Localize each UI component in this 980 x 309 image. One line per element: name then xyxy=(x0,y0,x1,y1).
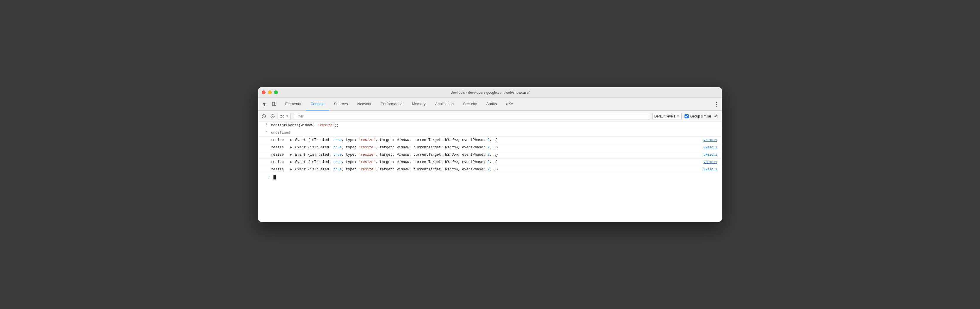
tab-elements[interactable]: Elements xyxy=(280,98,306,110)
traffic-lights xyxy=(262,90,278,94)
console-line: resize ▶ Event {isTrusted: true, type: "… xyxy=(258,159,722,166)
source-link[interactable]: VM310:1 xyxy=(703,160,719,164)
tab-console[interactable]: Console xyxy=(306,98,329,110)
source-link[interactable]: VM310:1 xyxy=(703,168,719,171)
line-content: undefined xyxy=(270,130,719,136)
input-prompt-line: › xyxy=(258,173,722,181)
expand-icon[interactable]: ▶ xyxy=(290,144,293,150)
minimize-button[interactable] xyxy=(268,90,272,94)
console-content: › monitorEvents(window, "resize"); ‹ und… xyxy=(258,122,722,222)
clear-console-btn[interactable] xyxy=(260,112,267,120)
svg-line-4 xyxy=(262,115,265,117)
group-similar-checkbox[interactable] xyxy=(684,114,689,118)
prompt-arrow: › xyxy=(266,122,267,126)
line-gutter: › xyxy=(258,122,270,126)
svg-rect-1 xyxy=(275,103,276,106)
expand-icon[interactable]: ▶ xyxy=(290,167,293,173)
line-content: resize ▶ Event {isTrusted: true, type: "… xyxy=(270,137,703,143)
console-line: resize ▶ Event {isTrusted: true, type: "… xyxy=(258,166,722,173)
expand-icon[interactable]: ▶ xyxy=(290,159,293,165)
source-link[interactable]: VM310:1 xyxy=(703,146,719,149)
input-area[interactable] xyxy=(272,175,276,179)
line-content: resize ▶ Event {isTrusted: true, type: "… xyxy=(270,152,703,158)
device-toggle-btn[interactable] xyxy=(270,100,278,108)
devtools-window: DevTools - developers.google.com/web/sho… xyxy=(258,87,722,222)
default-levels-chevron: ▼ xyxy=(677,115,679,118)
devtools-icons xyxy=(258,98,280,110)
context-chevron: ▼ xyxy=(286,115,289,118)
window-title: DevTools - developers.google.com/web/sho… xyxy=(450,90,529,94)
line-content: monitorEvents(window, "resize"); xyxy=(270,122,719,128)
input-prompt-arrow: › xyxy=(268,176,270,179)
svg-point-7 xyxy=(716,115,717,117)
group-similar-wrapper: Group similar xyxy=(684,114,711,118)
console-line: › monitorEvents(window, "resize"); xyxy=(258,122,722,129)
context-value: top xyxy=(280,114,285,118)
tab-security[interactable]: Security xyxy=(458,98,482,110)
close-button[interactable] xyxy=(262,90,266,94)
devtools-tabbar: Elements Console Sources Network Perform… xyxy=(258,98,722,111)
tab-sources[interactable]: Sources xyxy=(329,98,353,110)
line-gutter: ‹ xyxy=(258,130,270,133)
console-line: ‹ undefined xyxy=(258,129,722,136)
cursor-blink xyxy=(274,175,276,179)
line-content: resize ▶ Event {isTrusted: true, type: "… xyxy=(270,159,703,165)
group-similar-label: Group similar xyxy=(690,114,711,118)
tab-network[interactable]: Network xyxy=(353,98,376,110)
console-line: resize ▶ Event {isTrusted: true, type: "… xyxy=(258,144,722,151)
title-bar: DevTools - developers.google.com/web/sho… xyxy=(258,87,722,98)
source-link[interactable]: VM310:1 xyxy=(703,138,719,142)
tab-axe[interactable]: aXe xyxy=(501,98,517,110)
inspect-icon-btn[interactable] xyxy=(261,100,269,108)
input-line-gutter: › xyxy=(261,176,272,179)
expand-icon[interactable]: ▶ xyxy=(290,137,293,143)
tab-application[interactable]: Application xyxy=(430,98,458,110)
console-line: resize ▶ Event {isTrusted: true, type: "… xyxy=(258,136,722,144)
default-levels-label: Default levels xyxy=(654,114,675,118)
settings-btn[interactable] xyxy=(713,112,720,120)
filter-input[interactable] xyxy=(293,113,650,120)
prompt-left: ‹ xyxy=(266,130,267,133)
default-levels-btn[interactable]: Default levels ▼ xyxy=(652,113,682,120)
context-selector[interactable]: top ▼ xyxy=(278,113,291,120)
tab-audits[interactable]: Audits xyxy=(482,98,501,110)
tabs-overflow-btn[interactable]: ⋮ xyxy=(713,100,721,108)
expand-icon[interactable]: ▶ xyxy=(290,152,293,158)
tab-performance[interactable]: Performance xyxy=(376,98,407,110)
console-line: resize ▶ Event {isTrusted: true, type: "… xyxy=(258,151,722,159)
line-content: resize ▶ Event {isTrusted: true, type: "… xyxy=(270,144,703,150)
line-content: resize ▶ Event {isTrusted: true, type: "… xyxy=(270,167,703,173)
tab-memory[interactable]: Memory xyxy=(407,98,430,110)
source-link[interactable]: VM310:1 xyxy=(703,153,719,157)
console-toolbar: top ▼ Default levels ▼ Group similar xyxy=(258,111,722,122)
svg-point-8 xyxy=(715,115,718,118)
maximize-button[interactable] xyxy=(274,90,278,94)
stop-recording-btn[interactable] xyxy=(269,112,277,120)
